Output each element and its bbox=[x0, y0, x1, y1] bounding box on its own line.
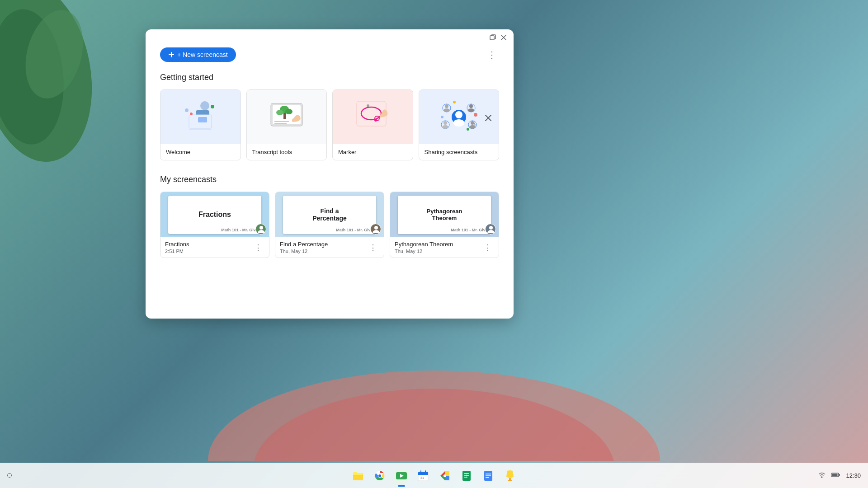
svg-rect-76 bbox=[486, 477, 489, 478]
svg-point-46 bbox=[453, 101, 456, 103]
fractions-footer: Fractions 2:51 PM ⋮ bbox=[160, 237, 269, 258]
taskbar-docs[interactable] bbox=[478, 466, 498, 486]
time-display: 12:30 bbox=[846, 472, 861, 479]
photos-icon bbox=[438, 469, 452, 483]
files-icon bbox=[351, 469, 365, 483]
transcript-thumbnail bbox=[247, 90, 327, 144]
svg-rect-63 bbox=[418, 474, 428, 475]
fractions-name: Fractions bbox=[165, 241, 189, 248]
welcome-thumbnail bbox=[160, 90, 241, 144]
svg-point-47 bbox=[467, 128, 469, 131]
svg-point-67 bbox=[443, 474, 446, 477]
titlebar bbox=[146, 29, 514, 46]
find-percentage-more-button[interactable]: ⋮ bbox=[367, 241, 379, 254]
pythagorean-card[interactable]: Pythagorean Theorem Math 101 - Mr. Giver bbox=[390, 192, 499, 258]
fractions-thumb-inner: Fractions Math 101 - Mr. Giver bbox=[168, 196, 261, 234]
taskbar-right: 12:30 bbox=[818, 463, 861, 488]
new-screencast-button[interactable]: + New screencast bbox=[160, 47, 236, 62]
my-screencasts-section: My screencasts Fractions Math 101 - Mr. … bbox=[160, 175, 499, 258]
svg-rect-74 bbox=[486, 474, 491, 474]
svg-point-39 bbox=[468, 108, 474, 112]
screencast-icon bbox=[394, 469, 409, 483]
svg-point-54 bbox=[489, 226, 493, 230]
transcript-label: Transcript tools bbox=[247, 144, 327, 160]
svg-point-10 bbox=[200, 101, 209, 110]
window-content: + New screencast ⋮ Getting started bbox=[146, 46, 514, 315]
sharing-card[interactable]: Sharing screencasts bbox=[419, 89, 500, 160]
svg-point-42 bbox=[442, 125, 448, 129]
svg-point-38 bbox=[469, 104, 473, 108]
keep-icon bbox=[503, 469, 517, 483]
taskbar-files[interactable] bbox=[348, 466, 368, 486]
find-percentage-avatar bbox=[370, 224, 381, 235]
battery-icon bbox=[831, 472, 840, 479]
svg-point-22 bbox=[276, 110, 283, 115]
find-percentage-thumb-text: Find a bbox=[312, 207, 346, 215]
taskbar-chrome[interactable] bbox=[370, 466, 390, 486]
svg-point-58 bbox=[378, 474, 381, 477]
taskbar-keep[interactable] bbox=[500, 466, 520, 486]
svg-rect-16 bbox=[198, 117, 207, 122]
marker-thumbnail bbox=[333, 90, 413, 144]
taskbar-calendar[interactable]: 31 bbox=[413, 466, 433, 486]
pythagorean-name: Pythagorean Theorem bbox=[395, 241, 453, 248]
pythagorean-avatar bbox=[485, 224, 496, 235]
find-percentage-thumb-inner: Find a Percentage Math 101 - Mr. Giver bbox=[283, 196, 376, 234]
marker-card[interactable]: Marker bbox=[332, 89, 413, 160]
svg-rect-75 bbox=[486, 475, 491, 476]
welcome-card[interactable]: Welcome bbox=[160, 89, 241, 160]
svg-text:31: 31 bbox=[420, 476, 424, 479]
welcome-label: Welcome bbox=[160, 144, 241, 160]
svg-point-33 bbox=[453, 119, 464, 127]
pythagorean-footer: Pythagorean Theorem Thu, May 12 ⋮ bbox=[390, 237, 499, 258]
fractions-date: 2:51 PM bbox=[165, 249, 189, 254]
my-screencasts-title: My screencasts bbox=[160, 175, 499, 184]
svg-point-35 bbox=[445, 104, 448, 108]
top-bar: + New screencast ⋮ bbox=[160, 46, 499, 62]
taskbar-photos[interactable] bbox=[435, 466, 455, 486]
taskbar-sheets[interactable] bbox=[457, 466, 476, 486]
active-indicator bbox=[398, 485, 405, 487]
svg-point-23 bbox=[285, 109, 292, 114]
svg-point-49 bbox=[441, 116, 443, 118]
restore-button[interactable] bbox=[488, 33, 497, 42]
svg-point-30 bbox=[367, 104, 369, 107]
fractions-avatar bbox=[255, 224, 266, 235]
find-percentage-footer: Find a Percentage Thu, May 12 ⋮ bbox=[275, 237, 384, 258]
sheets-icon bbox=[459, 469, 474, 483]
wifi-icon bbox=[818, 472, 826, 479]
svg-point-32 bbox=[455, 111, 462, 118]
taskbar-screencast[interactable] bbox=[392, 466, 411, 486]
pythagorean-thumbnail: Pythagorean Theorem Math 101 - Mr. Giver bbox=[390, 192, 499, 237]
find-percentage-name: Find a Percentage bbox=[280, 241, 328, 248]
svg-rect-82 bbox=[832, 474, 838, 476]
sharing-label: Sharing screencasts bbox=[419, 144, 499, 160]
svg-point-17 bbox=[211, 105, 214, 108]
screencasts-grid: Fractions Math 101 - Mr. Giver Fractions bbox=[160, 192, 499, 258]
launcher-icon bbox=[7, 473, 12, 478]
svg-rect-71 bbox=[464, 477, 467, 478]
main-window: + New screencast ⋮ Getting started bbox=[146, 29, 514, 319]
pythagorean-thumb-text: Pythagorean bbox=[427, 208, 462, 215]
fractions-thumb-text: Fractions bbox=[198, 211, 231, 219]
close-button[interactable] bbox=[499, 33, 508, 42]
find-percentage-card[interactable]: Find a Percentage Math 101 - Mr. Giver bbox=[275, 192, 384, 258]
pythagorean-date: Thu, May 12 bbox=[395, 249, 453, 254]
fractions-card[interactable]: Fractions Math 101 - Mr. Giver Fractions bbox=[160, 192, 269, 258]
find-percentage-thumbnail: Find a Percentage Math 101 - Mr. Giver bbox=[275, 192, 384, 237]
dismiss-getting-started-button[interactable] bbox=[482, 112, 495, 124]
svg-point-14 bbox=[190, 113, 193, 115]
transcript-tools-card[interactable]: Transcript tools bbox=[246, 89, 327, 160]
svg-rect-5 bbox=[490, 36, 494, 40]
calendar-icon: 31 bbox=[416, 469, 430, 483]
pythagorean-more-button[interactable]: ⋮ bbox=[481, 241, 494, 254]
pythagorean-thumb-inner: Pythagorean Theorem Math 101 - Mr. Giver bbox=[398, 196, 491, 234]
more-icon: ⋮ bbox=[487, 49, 496, 60]
more-options-button[interactable]: ⋮ bbox=[485, 47, 499, 62]
fractions-more-button[interactable]: ⋮ bbox=[252, 241, 264, 254]
svg-point-41 bbox=[443, 121, 447, 125]
svg-point-53 bbox=[374, 226, 378, 230]
svg-point-36 bbox=[443, 108, 450, 112]
svg-point-52 bbox=[259, 226, 263, 230]
new-screencast-label: + New screencast bbox=[177, 51, 228, 58]
